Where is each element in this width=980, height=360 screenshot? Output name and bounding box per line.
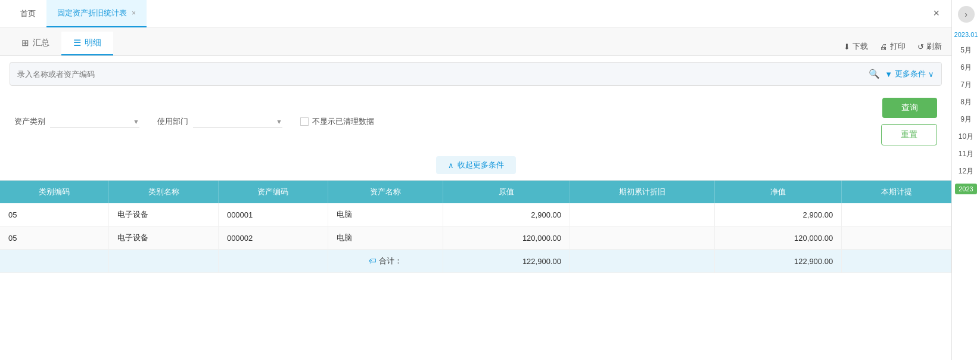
table-header-row: 类别编码 类别名称 资产编码 资产名称 原值 期初累计折旧 净值 本期计提 [0, 181, 951, 203]
hide-cleared-field: 不显示已清理数据 [300, 116, 374, 127]
filter-row: 资产类别 ▼ 使用部门 ▼ 不显示已清理数据 查询 重置 [14, 98, 937, 145]
col-asset-code: 资产编码 [218, 181, 328, 203]
hide-cleared-checkbox[interactable] [300, 117, 309, 126]
department-select[interactable]: ▼ [193, 116, 282, 128]
category-dropdown-icon: ▼ [133, 118, 139, 125]
summary-cell [109, 250, 219, 273]
table-cell: 电脑 [328, 203, 443, 226]
summary-tab-icon: ⊞ [21, 38, 29, 48]
summary-cell [0, 250, 109, 273]
summary-tab-label: 汇总 [33, 38, 49, 48]
collapse-bar: ∧ 收起更多条件 [14, 151, 937, 180]
summary-icon: 🏷 [369, 256, 377, 265]
year-badge[interactable]: 2023 [955, 184, 976, 194]
summary-cell [218, 250, 328, 273]
table-cell: 电子设备 [109, 203, 219, 226]
col-category-name: 类别名称 [109, 181, 219, 203]
col-accumulated-depreciation: 期初累计折旧 [570, 181, 714, 203]
month-item[interactable]: 6月 [952, 59, 980, 76]
detail-tab-label: 明细 [85, 38, 101, 48]
table-cell [842, 226, 951, 250]
search-bar: 🔍 ▼ 更多条件 ∨ [10, 62, 942, 86]
query-button[interactable]: 查询 [882, 98, 937, 118]
filter-label: 更多条件 [895, 69, 926, 79]
tab-detail[interactable]: ☰ 明细 [61, 32, 113, 55]
chevron-down-icon: ∨ [928, 70, 934, 79]
summary-cell: 122,900.00 [714, 250, 841, 273]
window-close-button[interactable]: × [921, 7, 951, 20]
col-current-depreciation: 本期计提 [842, 181, 951, 203]
table-row: 05电子设备000001电脑2,900.002,900.00 [0, 203, 951, 226]
month-item[interactable]: 8月 [952, 94, 980, 111]
nav-home-label: 首页 [20, 8, 36, 19]
month-item[interactable]: 12月 [952, 163, 980, 180]
print-label: 打印 [890, 41, 906, 52]
month-item[interactable]: 10月 [952, 128, 980, 145]
table-cell [570, 226, 714, 250]
table-cell: 120,000.00 [443, 226, 570, 250]
refresh-icon: ↺ [917, 42, 924, 51]
table-cell [842, 203, 951, 226]
more-filter-button[interactable]: ▼ 更多条件 ∨ [885, 69, 934, 79]
tab-bar: ⊞ 汇总 ☰ 明细 ⬇ 下载 🖨 打印 ↺ 刷新 [0, 27, 951, 56]
search-input[interactable] [17, 70, 864, 79]
table-cell: 05 [0, 226, 109, 250]
nav-home[interactable]: 首页 [10, 0, 46, 27]
collapse-button[interactable]: ∧ 收起更多条件 [436, 156, 516, 174]
summary-cell: 🏷合计： [328, 250, 443, 273]
table-wrapper: 类别编码 类别名称 资产编码 资产名称 原值 期初累计折旧 净值 本期计提 05… [0, 181, 951, 360]
date-display: 2023.01 [954, 29, 978, 41]
month-item[interactable]: 7月 [952, 76, 980, 94]
print-icon: 🖨 [880, 42, 888, 51]
col-category-code: 类别编码 [0, 181, 109, 203]
sidebar-chevron-button[interactable]: › [958, 6, 975, 23]
table-row: 05电子设备000002电脑120,000.00120,000.00 [0, 226, 951, 250]
search-icon: 🔍 [869, 69, 880, 79]
table-cell: 000001 [218, 203, 328, 226]
tab-summary[interactable]: ⊞ 汇总 [10, 32, 61, 55]
download-label: 下载 [853, 41, 868, 52]
download-button[interactable]: ⬇ 下载 [844, 41, 868, 52]
summary-cell [570, 250, 714, 273]
filter-area: 资产类别 ▼ 使用部门 ▼ 不显示已清理数据 查询 重置 [0, 92, 951, 181]
toolbar-right: ⬇ 下载 🖨 打印 ↺ 刷新 [844, 41, 942, 55]
category-label: 资产类别 [14, 116, 45, 127]
summary-cell: 122,900.00 [443, 250, 570, 273]
summary-row: 🏷合计：122,900.00122,900.00 [0, 250, 951, 273]
filter-icon: ▼ [885, 70, 892, 79]
collapse-label: 收起更多条件 [458, 160, 504, 170]
summary-cell [842, 250, 951, 273]
month-item[interactable]: 11月 [952, 145, 980, 163]
asset-table: 类别编码 类别名称 资产编码 资产名称 原值 期初累计折旧 净值 本期计提 05… [0, 181, 951, 273]
refresh-label: 刷新 [926, 41, 942, 52]
table-cell: 120,000.00 [714, 226, 841, 250]
month-item[interactable]: 5月 [952, 42, 980, 59]
active-tab-label: 固定资产折旧统计表 [57, 8, 127, 18]
col-net-value: 净值 [714, 181, 841, 203]
nav-active-tab[interactable]: 固定资产折旧统计表 × [46, 0, 147, 27]
hide-cleared-label: 不显示已清理数据 [312, 116, 374, 127]
download-icon: ⬇ [844, 42, 850, 51]
refresh-button[interactable]: ↺ 刷新 [917, 41, 942, 52]
category-filter: 资产类别 ▼ [14, 116, 139, 128]
col-asset-name: 资产名称 [328, 181, 443, 203]
detail-tab-icon: ☰ [73, 38, 81, 48]
reset-button[interactable]: 重置 [881, 124, 937, 145]
collapse-icon: ∧ [448, 161, 454, 170]
department-filter: 使用部门 ▼ [157, 116, 282, 128]
table-cell: 05 [0, 203, 109, 226]
table-cell: 电子设备 [109, 226, 219, 250]
top-nav: 首页 固定资产折旧统计表 × × [0, 0, 951, 27]
month-item[interactable]: 9月 [952, 111, 980, 128]
print-button[interactable]: 🖨 打印 [880, 41, 906, 52]
category-select[interactable]: ▼ [50, 116, 139, 128]
table-cell [570, 203, 714, 226]
tab-close-icon[interactable]: × [132, 9, 136, 17]
table-cell: 000002 [218, 226, 328, 250]
department-dropdown-icon: ▼ [276, 118, 282, 125]
month-list: 5月6月7月8月9月10月11月12月 [952, 42, 980, 180]
table-cell: 2,900.00 [443, 203, 570, 226]
table-cell: 2,900.00 [714, 203, 841, 226]
table-cell: 电脑 [328, 226, 443, 250]
col-original-value: 原值 [443, 181, 570, 203]
